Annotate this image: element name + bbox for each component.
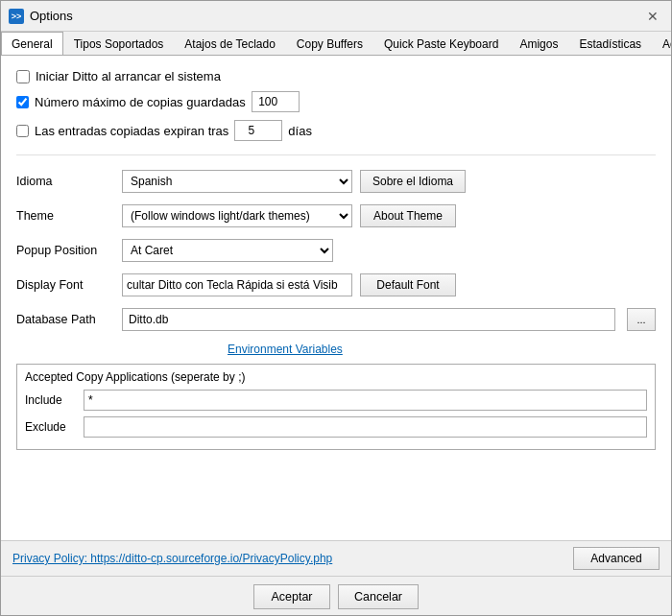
max-copies-label: Número máximo de copias guardadas bbox=[35, 95, 246, 109]
expiry-unit: días bbox=[288, 124, 312, 138]
max-copies-checkbox[interactable] bbox=[16, 96, 29, 108]
cancel-button[interactable]: Cancelar bbox=[338, 584, 419, 609]
db-path-input[interactable] bbox=[122, 308, 615, 331]
tab-general[interactable]: General bbox=[1, 32, 63, 56]
content-area: Iniciar Ditto al arrancar el sistema Núm… bbox=[1, 56, 671, 540]
expiry-checkbox[interactable] bbox=[16, 125, 29, 137]
display-font-row: Display Font Default Font bbox=[16, 272, 656, 297]
tab-tipos-soportados[interactable]: Tipos Soportados bbox=[63, 32, 175, 56]
bottom-bar: Privacy Policy: https://ditto-cp.sourcef… bbox=[1, 540, 671, 576]
expiry-label: Las entradas copiadas expiran tras bbox=[35, 124, 228, 138]
browse-button[interactable]: ... bbox=[627, 308, 656, 331]
tab-quick-paste[interactable]: Quick Paste Keyboard bbox=[373, 32, 509, 56]
popup-position-row: Popup Position At Caret bbox=[16, 238, 656, 263]
tab-copy-buffers[interactable]: Copy Buffers bbox=[286, 32, 373, 56]
include-label: Include bbox=[25, 393, 78, 407]
tab-acerca-de[interactable]: Acerca de bbox=[652, 32, 671, 56]
privacy-policy-link[interactable]: Privacy Policy: https://ditto-cp.sourcef… bbox=[12, 552, 332, 565]
accepted-copy-group: Accepted Copy Applications (seperate by … bbox=[16, 364, 656, 450]
expiry-input[interactable] bbox=[234, 120, 282, 141]
accepted-copy-title: Accepted Copy Applications (seperate by … bbox=[25, 370, 647, 384]
theme-select[interactable]: (Follow windows light/dark themes) bbox=[122, 204, 352, 227]
theme-label: Theme bbox=[16, 209, 122, 223]
app-icon: >> bbox=[9, 9, 24, 24]
display-font-input[interactable] bbox=[122, 273, 352, 296]
default-font-button[interactable]: Default Font bbox=[360, 273, 456, 296]
separator-1 bbox=[16, 154, 656, 155]
db-path-label: Database Path bbox=[16, 313, 122, 326]
startup-checkbox[interactable] bbox=[16, 70, 30, 83]
db-path-row: Database Path ... bbox=[16, 307, 656, 332]
exclude-label: Exclude bbox=[25, 420, 78, 434]
tab-amigos[interactable]: Amigos bbox=[509, 32, 568, 56]
theme-row: Theme (Follow windows light/dark themes)… bbox=[16, 203, 656, 228]
close-button[interactable]: ✕ bbox=[642, 6, 663, 27]
include-row: Include bbox=[25, 390, 647, 411]
accept-button[interactable]: Aceptar bbox=[253, 584, 330, 609]
advanced-button[interactable]: Advanced bbox=[573, 547, 660, 570]
tab-estadisticas[interactable]: Estadísticas bbox=[568, 32, 652, 56]
idioma-select[interactable]: Spanish bbox=[122, 170, 352, 193]
title-bar: >> Options ✕ bbox=[1, 1, 671, 32]
action-buttons-bar: Aceptar Cancelar bbox=[1, 576, 671, 615]
idioma-row: Idioma Spanish Sobre el Idioma bbox=[16, 169, 656, 194]
options-window: >> Options ✕ General Tipos Soportados At… bbox=[0, 0, 672, 616]
idioma-label: Idioma bbox=[16, 175, 122, 188]
about-theme-button[interactable]: About Theme bbox=[360, 204, 456, 227]
tab-atajos-teclado[interactable]: Atajos de Teclado bbox=[174, 32, 286, 56]
tab-bar: General Tipos Soportados Atajos de Tecla… bbox=[1, 32, 671, 56]
startup-label: Iniciar Ditto al arrancar el sistema bbox=[36, 69, 221, 83]
popup-select[interactable]: At Caret bbox=[122, 239, 333, 262]
include-input[interactable] bbox=[84, 390, 647, 411]
max-copies-input[interactable] bbox=[252, 91, 300, 112]
env-variables-link[interactable]: Environment Variables bbox=[228, 343, 343, 356]
max-copies-row: Número máximo de copias guardadas bbox=[16, 91, 656, 112]
sobre-idioma-button[interactable]: Sobre el Idioma bbox=[360, 170, 466, 193]
exclude-row: Exclude bbox=[25, 416, 647, 438]
expiry-row: Las entradas copiadas expiran tras días bbox=[16, 120, 656, 141]
form-section: Idioma Spanish Sobre el Idioma Theme (Fo… bbox=[16, 169, 656, 458]
startup-row: Iniciar Ditto al arrancar el sistema bbox=[16, 69, 656, 83]
display-font-label: Display Font bbox=[16, 278, 122, 292]
popup-label: Popup Position bbox=[16, 244, 122, 257]
exclude-input[interactable] bbox=[84, 416, 647, 438]
window-title: Options bbox=[30, 9, 73, 23]
